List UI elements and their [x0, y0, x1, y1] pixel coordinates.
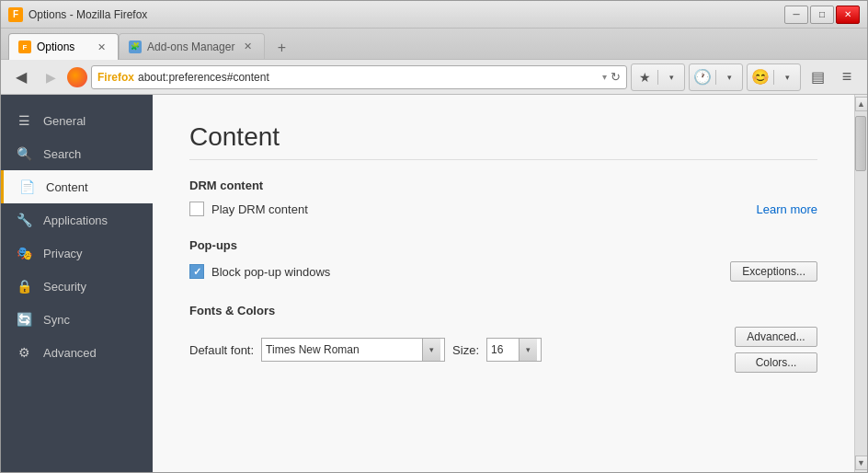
scroll-down-button[interactable]: ▼	[855, 456, 868, 470]
drm-heading: DRM content	[189, 179, 817, 192]
emoji-group: 😊 ▾	[747, 63, 801, 91]
sidebar-item-general[interactable]: ☰ General	[1, 104, 153, 137]
content-main: Content DRM content Play DRM content Lea…	[153, 95, 854, 472]
emoji-button[interactable]: 😊	[748, 64, 773, 90]
window-controls: ─ □ ✕	[784, 6, 860, 24]
sidebar-item-privacy[interactable]: 🎭 Privacy	[1, 236, 153, 270]
font-dropdown-arrow: ▾	[422, 339, 440, 361]
tab-favicon-addons: 🧩	[129, 40, 142, 53]
section-divider	[189, 159, 817, 160]
back-button[interactable]: ◀	[8, 64, 34, 90]
forward-button[interactable]: ▶	[38, 64, 63, 90]
size-select[interactable]: 16 ▾	[486, 338, 542, 362]
address-dropdown-icon[interactable]: ▾	[602, 72, 607, 82]
font-select[interactable]: Times New Roman ▾	[261, 338, 445, 362]
history-group: 🕐 ▾	[689, 63, 743, 91]
bookmark-group: ★ ▾	[631, 63, 685, 91]
scroll-track[interactable]	[855, 111, 867, 456]
sidebar-item-sync[interactable]: 🔄 Sync	[1, 303, 153, 336]
history-dropdown[interactable]: ▾	[716, 64, 742, 90]
tab-options[interactable]: F Options ✕	[8, 33, 119, 60]
new-tab-button[interactable]: +	[268, 37, 294, 59]
address-bar: ◀ ▶ Firefox about:preferences#content ▾ …	[1, 60, 867, 95]
minimize-button[interactable]: ─	[784, 6, 808, 24]
content-area: Content DRM content Play DRM content Lea…	[153, 95, 867, 472]
bookmark-dropdown[interactable]: ▾	[658, 64, 684, 90]
tab-bar: F Options ✕ 🧩 Add-ons Manager ✕ +	[1, 29, 867, 60]
advanced-icon: ⚙	[16, 345, 32, 360]
search-icon: 🔍	[16, 146, 32, 161]
sidebar-label-general: General	[43, 114, 86, 128]
history-button[interactable]: 🕐	[690, 64, 715, 90]
page-title: Content	[189, 122, 817, 152]
sidebar: ☰ General 🔍 Search 📄 Content 🔧 Applicati…	[1, 95, 153, 472]
applications-icon: 🔧	[16, 213, 32, 227]
sidebar-label-privacy: Privacy	[43, 247, 83, 260]
address-url: about:preferences#content	[138, 71, 599, 84]
size-value: 16	[491, 343, 519, 356]
maximize-button[interactable]: □	[810, 6, 834, 24]
address-ff-label: Firefox	[97, 71, 134, 84]
font-value: Times New Roman	[266, 343, 422, 356]
sidebar-button[interactable]: ▤	[805, 64, 830, 90]
security-icon: 🔒	[16, 279, 32, 294]
fonts-row: Default font: Times New Roman ▾ Size: 16…	[189, 327, 817, 373]
sidebar-item-content[interactable]: 📄 Content	[1, 170, 153, 203]
tab-close-addons[interactable]: ✕	[240, 40, 255, 54]
tab-close-options[interactable]: ✕	[94, 40, 108, 54]
sidebar-label-content: Content	[46, 180, 88, 194]
sidebar-item-search[interactable]: 🔍 Search	[1, 137, 153, 170]
sidebar-item-applications[interactable]: 🔧 Applications	[1, 203, 153, 236]
drm-option-row: Play DRM content Learn more	[189, 202, 817, 216]
bookmark-button[interactable]: ★	[632, 64, 657, 90]
checkbox-check-icon: ✓	[193, 266, 201, 278]
close-button[interactable]: ✕	[836, 6, 860, 24]
popups-section: Pop-ups ✓ Block pop-up windows Exception…	[189, 238, 817, 282]
content-icon: 📄	[18, 179, 35, 194]
fonts-section: Fonts & Colors Default font: Times New R…	[189, 304, 817, 373]
sidebar-label-applications: Applications	[43, 213, 108, 227]
drm-label: Play DRM content	[211, 202, 308, 216]
drm-section: DRM content Play DRM content Learn more	[189, 179, 817, 216]
privacy-icon: 🎭	[16, 246, 32, 260]
learn-more-link[interactable]: Learn more	[757, 202, 817, 216]
sync-icon: 🔄	[16, 312, 32, 327]
tab-addons[interactable]: 🧩 Add-ons Manager ✕	[119, 33, 265, 59]
general-icon: ☰	[16, 113, 32, 128]
refresh-icon[interactable]: ↻	[611, 70, 621, 84]
firefox-logo	[67, 67, 87, 87]
popups-label: Block pop-up windows	[211, 265, 330, 279]
sidebar-item-security[interactable]: 🔒 Security	[1, 270, 153, 303]
address-bar-input[interactable]: Firefox about:preferences#content ▾ ↻	[91, 65, 627, 89]
advanced-button[interactable]: Advanced...	[735, 327, 817, 347]
popups-heading: Pop-ups	[189, 238, 817, 252]
sidebar-label-search: Search	[43, 147, 81, 161]
sidebar-label-security: Security	[43, 280, 86, 294]
colors-button[interactable]: Colors...	[735, 352, 817, 373]
scroll-thumb[interactable]	[855, 116, 866, 171]
menu-button[interactable]: ≡	[834, 64, 860, 90]
browser-logo: F	[8, 7, 23, 22]
font-action-buttons: Advanced... Colors...	[735, 327, 817, 373]
sidebar-label-sync: Sync	[43, 313, 70, 327]
browser-window: F Options - Mozilla Firefox ─ □ ✕ F Opti…	[0, 0, 868, 473]
sidebar-item-advanced[interactable]: ⚙ Advanced	[1, 336, 153, 369]
exceptions-button[interactable]: Exceptions...	[730, 261, 817, 282]
popups-checkbox[interactable]: ✓	[189, 264, 204, 279]
drm-checkbox[interactable]	[189, 202, 204, 216]
tab-favicon-options: F	[18, 40, 31, 53]
sidebar-label-advanced: Advanced	[43, 346, 97, 360]
tab-label-addons: Add-ons Manager	[147, 40, 234, 53]
scroll-up-button[interactable]: ▲	[855, 97, 868, 111]
font-label: Default font:	[189, 343, 254, 357]
tab-label-options: Options	[37, 40, 74, 53]
size-dropdown-arrow: ▾	[519, 339, 537, 361]
popups-option-row: ✓ Block pop-up windows Exceptions...	[189, 261, 817, 282]
emoji-dropdown[interactable]: ▾	[774, 64, 800, 90]
fonts-heading: Fonts & Colors	[189, 304, 817, 317]
scrollbar: ▲ ▼	[854, 95, 867, 472]
title-bar: F Options - Mozilla Firefox ─ □ ✕	[1, 1, 867, 29]
main-area: ☰ General 🔍 Search 📄 Content 🔧 Applicati…	[1, 95, 867, 472]
size-label: Size:	[452, 343, 479, 357]
window-title: Options - Mozilla Firefox	[29, 8, 784, 21]
